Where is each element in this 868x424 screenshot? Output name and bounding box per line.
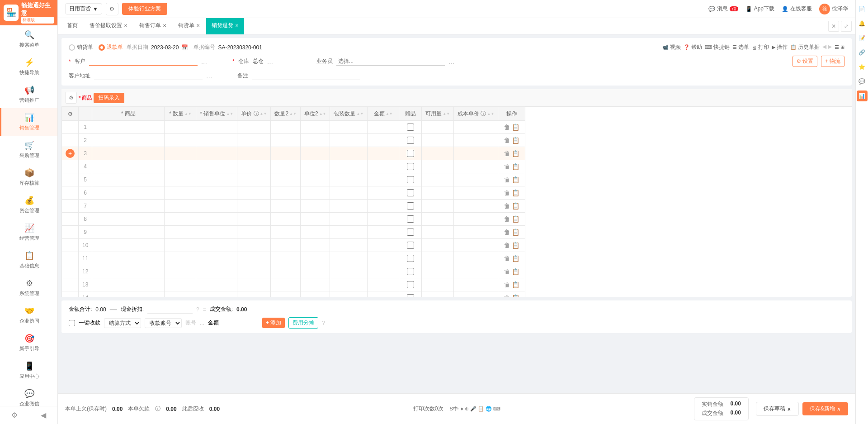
cell-quantity-10[interactable]	[165, 239, 196, 252]
copy-row-btn-13[interactable]: 📋	[511, 280, 520, 289]
close-tab-btn[interactable]: ✕	[828, 21, 839, 32]
delete-row-btn-1[interactable]: 🗑	[503, 123, 511, 132]
delete-row-btn-10[interactable]: 🗑	[503, 241, 511, 250]
cell-unit2-3[interactable]	[300, 147, 330, 160]
cell-unit-price-1[interactable]	[237, 121, 271, 134]
cell-unit-price-6[interactable]	[237, 186, 271, 200]
sidebar-item-app-center[interactable]: 📱应用中心	[0, 357, 57, 384]
row-settings-6[interactable]	[62, 186, 79, 200]
th-unit2[interactable]: 单位2▲▼	[300, 107, 330, 121]
cell-cost-price-10[interactable]	[454, 239, 498, 252]
cell-available-10[interactable]	[422, 239, 454, 252]
cell-sales-unit-7[interactable]	[196, 200, 237, 213]
cell-quantity-7[interactable]	[165, 200, 196, 213]
cell-package-qty-12[interactable]	[330, 265, 368, 278]
cell-cost-price-14[interactable]	[454, 291, 498, 297]
print-btn[interactable]: 🖨 打印	[752, 43, 769, 51]
cell-actions-11[interactable]: 🗑📋	[498, 252, 525, 265]
cell-unit-price-2[interactable]	[237, 134, 271, 147]
cell-quantity-4[interactable]	[165, 160, 196, 173]
cell-available-14[interactable]	[422, 291, 454, 297]
warehouse-dots[interactable]: ...	[267, 57, 273, 66]
gift-checkbox-3[interactable]	[407, 150, 414, 157]
sidebar-item-search[interactable]: 🔍搜索菜单	[0, 25, 57, 53]
row-settings-4[interactable]	[62, 160, 79, 173]
cell-quantity2-8[interactable]	[271, 213, 301, 226]
shortcuts-btn[interactable]: ⌨ 快捷键	[705, 43, 730, 51]
cell-gift-7[interactable]	[399, 200, 422, 213]
copy-row-btn-14[interactable]: 📋	[511, 293, 520, 297]
cell-amount-4[interactable]	[368, 160, 399, 173]
copy-row-btn-2[interactable]: 📋	[511, 136, 520, 145]
delete-row-btn-6[interactable]: 🗑	[503, 188, 511, 197]
cell-package-qty-7[interactable]	[330, 200, 368, 213]
cell-quantity2-5[interactable]	[271, 173, 301, 186]
cell-amount-10[interactable]	[368, 239, 399, 252]
tab-sales-return[interactable]: 销货退货✕	[206, 18, 244, 34]
cell-available-9[interactable]	[422, 226, 454, 239]
cell-available-7[interactable]	[422, 200, 454, 213]
cell-unit2-2[interactable]	[300, 134, 330, 147]
sidebar-item-finance[interactable]: 💰资金管理	[0, 191, 57, 219]
cell-cost-price-9[interactable]	[454, 226, 498, 239]
cell-product-5[interactable]	[92, 173, 165, 186]
cell-gift-1[interactable]	[399, 121, 422, 134]
cell-cost-price-4[interactable]	[454, 160, 498, 173]
cell-amount-6[interactable]	[368, 186, 399, 200]
cell-available-5[interactable]	[422, 173, 454, 186]
cell-available-8[interactable]	[422, 213, 454, 226]
help-btn[interactable]: ❓ 帮助	[684, 43, 702, 51]
sidebar-item-guide[interactable]: 🎯新手引导	[0, 329, 57, 357]
gift-checkbox-12[interactable]	[407, 268, 414, 275]
copy-row-btn-12[interactable]: 📋	[511, 267, 520, 276]
cell-unit2-12[interactable]	[300, 265, 330, 278]
cell-actions-12[interactable]: 🗑📋	[498, 265, 525, 278]
cell-unit-price-9[interactable]	[237, 226, 271, 239]
right-sidebar-icon-6[interactable]: 💬	[857, 76, 868, 87]
cell-package-qty-1[interactable]	[330, 121, 368, 134]
th-package-qty[interactable]: 包装数量▲▼	[330, 107, 368, 121]
cell-actions-8[interactable]: 🗑📋	[498, 213, 525, 226]
gift-checkbox-14[interactable]	[407, 294, 414, 297]
cell-quantity2-14[interactable]	[271, 291, 301, 297]
gift-checkbox-4[interactable]	[407, 163, 414, 170]
cell-unit2-10[interactable]	[300, 239, 330, 252]
copy-row-btn-6[interactable]: 📋	[511, 188, 520, 197]
gift-checkbox-6[interactable]	[407, 189, 414, 196]
th-quantity[interactable]: * 数量▲▼	[165, 107, 196, 121]
cell-unit2-8[interactable]	[300, 213, 330, 226]
gift-checkbox-2[interactable]	[407, 137, 414, 144]
cell-amount-8[interactable]	[368, 213, 399, 226]
video-btn[interactable]: 📹 视频	[662, 43, 681, 51]
cell-actions-6[interactable]: 🗑📋	[498, 186, 525, 200]
cell-available-4[interactable]	[422, 160, 454, 173]
product-input-3[interactable]	[96, 150, 160, 157]
sidebar-item-purchase[interactable]: 🛒采购管理	[0, 136, 57, 163]
right-sidebar-icon-7[interactable]: 📊	[857, 91, 868, 101]
cell-cost-price-12[interactable]	[454, 265, 498, 278]
right-sidebar-icon-3[interactable]: 📝	[857, 33, 868, 43]
sidebar-item-system[interactable]: ⚙系统管理	[0, 274, 57, 301]
cell-product-14[interactable]	[92, 291, 165, 297]
cell-gift-6[interactable]	[399, 186, 422, 200]
cell-actions-13[interactable]: 🗑📋	[498, 278, 525, 291]
cell-actions-9[interactable]: 🗑📋	[498, 226, 525, 239]
cell-sales-unit-10[interactable]	[196, 239, 237, 252]
cell-package-qty-2[interactable]	[330, 134, 368, 147]
cell-package-qty-11[interactable]	[330, 252, 368, 265]
cell-amount-14[interactable]	[368, 291, 399, 297]
cell-package-qty-14[interactable]	[330, 291, 368, 297]
sort-unit2[interactable]: 单位2▲▼	[304, 110, 326, 118]
sidebar-item-sales[interactable]: 📊销售管理	[0, 108, 57, 136]
sidebar-settings-icon[interactable]: ⚙	[11, 411, 18, 419]
cell-product-3[interactable]	[92, 147, 165, 160]
cell-package-qty-3[interactable]	[330, 147, 368, 160]
cell-product-10[interactable]	[92, 239, 165, 252]
delete-row-btn-11[interactable]: 🗑	[503, 254, 511, 263]
cell-amount-2[interactable]	[368, 134, 399, 147]
cell-package-qty-9[interactable]	[330, 226, 368, 239]
cell-sales-unit-12[interactable]	[196, 265, 237, 278]
cell-available-1[interactable]	[422, 121, 454, 134]
cell-quantity2-10[interactable]	[271, 239, 301, 252]
tab-close-sales-delivery[interactable]: ✕	[196, 23, 200, 28]
